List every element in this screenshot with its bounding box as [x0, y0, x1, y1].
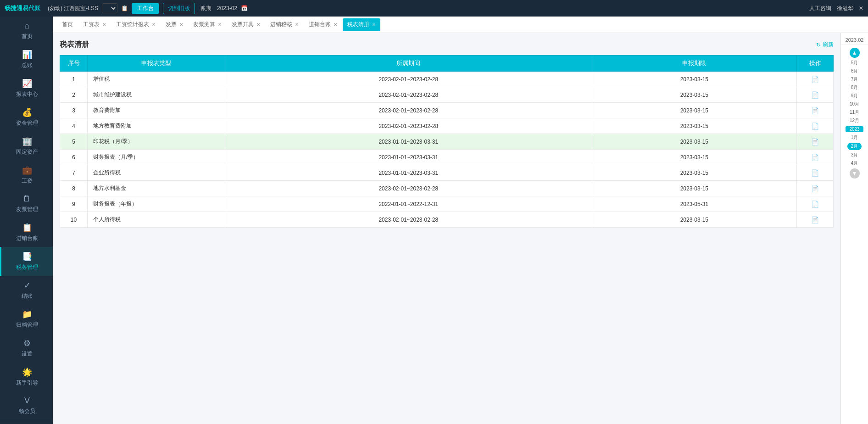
- action-icon[interactable]: 📄: [811, 76, 819, 83]
- tab-salary-close[interactable]: ✕: [102, 22, 106, 27]
- tab-invoice-calc[interactable]: 发票测算 ✕: [189, 18, 226, 31]
- table-row: 5 印花税（月/季） 2023-01-01~2023-03-31 2023-03…: [60, 134, 834, 150]
- sidebar-item-label: 结账: [22, 292, 33, 300]
- tab-purchase-ledger[interactable]: 进销台账 ✕: [304, 18, 342, 31]
- asset-mgmt-icon: 💰: [22, 107, 32, 117]
- sidebar-item-label: 报表中心: [16, 90, 38, 98]
- close-icon[interactable]: ✕: [859, 5, 863, 11]
- user-name[interactable]: 徐溢华: [837, 5, 853, 12]
- tab-invoice-open-close[interactable]: ✕: [256, 22, 260, 27]
- month-10[interactable]: 10月: [850, 101, 859, 107]
- sidebar-item-label: 归档管理: [16, 321, 38, 329]
- sidebar-item-salary[interactable]: 💼 工资: [0, 161, 53, 190]
- sidebar-item-fixed-assets[interactable]: 🏢 固定资产: [0, 132, 53, 161]
- tab-invoice-calc-close[interactable]: ✕: [218, 22, 222, 27]
- action-icon[interactable]: 📄: [811, 169, 819, 177]
- action-icon[interactable]: 📄: [811, 216, 819, 223]
- month-1[interactable]: 1月: [851, 134, 858, 141]
- table-row: 3 教育费附加 2023-02-01~2023-02-28 2023-03-15…: [60, 103, 834, 118]
- tab-invoice-close[interactable]: ✕: [179, 22, 183, 27]
- company-dropdown[interactable]: [102, 3, 117, 13]
- tab-purchase-ledger-close[interactable]: ✕: [334, 22, 337, 27]
- cell-period: 2023-02-01~2023-02-28: [225, 118, 592, 134]
- tab-tax-register-close[interactable]: ✕: [372, 22, 376, 27]
- cell-deadline: 2023-03-15: [592, 72, 796, 87]
- cell-action: 📄: [797, 134, 834, 150]
- switch-old-button[interactable]: 切到旧版: [163, 3, 195, 14]
- year-2023-label: 2023: [846, 126, 863, 132]
- sidebar-item-tax-mgmt[interactable]: 📑 税务管理: [0, 247, 53, 276]
- cell-deadline: 2023-03-15: [592, 134, 796, 150]
- cell-type: 地方教育费附加: [88, 118, 225, 134]
- month-12[interactable]: 12月: [850, 117, 859, 124]
- month-6[interactable]: 6月: [851, 68, 858, 74]
- month-8[interactable]: 8月: [851, 84, 858, 91]
- action-icon[interactable]: 📄: [811, 107, 819, 114]
- report-icon: 📈: [22, 78, 32, 89]
- month-2-active[interactable]: 2月: [847, 143, 862, 150]
- cell-seq: 7: [60, 165, 88, 181]
- month-9[interactable]: 9月: [851, 93, 858, 99]
- date-panel-down[interactable]: ▼: [850, 168, 860, 179]
- sidebar-item-settings[interactable]: ⚙ 设置: [0, 334, 53, 363]
- table-row: 7 企业所得税 2023-01-01~2023-03-31 2023-03-15…: [60, 165, 834, 181]
- sidebar-item-label: 发票管理: [16, 206, 38, 213]
- table-row: 10 个人所得税 2023-02-01~2023-02-28 2023-03-1…: [60, 212, 834, 228]
- cell-action: 📄: [797, 165, 834, 181]
- table-row: 2 城市维护建设税 2023-02-01~2023-02-28 2023-03-…: [60, 87, 834, 103]
- cell-seq: 10: [60, 212, 88, 228]
- workbench-button[interactable]: 工作台: [132, 3, 159, 14]
- sidebar-item-asset-mgmt[interactable]: 💰 资金管理: [0, 103, 53, 132]
- action-icon[interactable]: 📄: [811, 154, 819, 161]
- action-icon[interactable]: 📄: [811, 123, 819, 130]
- invoice-mgmt-icon: 🗒: [23, 194, 31, 204]
- month-4[interactable]: 4月: [851, 160, 858, 167]
- action-icon[interactable]: 📄: [811, 185, 819, 192]
- col-seq: 序号: [60, 56, 88, 72]
- tab-bar: 首页 工资表 ✕ 工资统计报表 ✕ 发票 ✕ 发票测算 ✕ 发票开具 ✕: [53, 17, 868, 33]
- tab-salary-report-close[interactable]: ✕: [152, 22, 156, 27]
- month-11[interactable]: 11月: [850, 109, 859, 116]
- sidebar-item-ledger[interactable]: 📊 总账: [0, 45, 53, 74]
- tab-invoice[interactable]: 发票 ✕: [161, 18, 188, 31]
- date-panel-up[interactable]: ▲: [850, 48, 860, 58]
- cell-action: 📄: [797, 181, 834, 196]
- sidebar-item-archive[interactable]: 📁 归档管理: [0, 305, 53, 334]
- month-5[interactable]: 5月: [851, 60, 858, 66]
- ai-consult[interactable]: 人工咨询: [809, 5, 831, 12]
- purchase-icon: 📋: [22, 223, 32, 233]
- sidebar-item-purchase[interactable]: 📋 进销台账: [0, 218, 53, 247]
- cell-type: 教育费附加: [88, 103, 225, 118]
- tab-salary[interactable]: 工资表 ✕: [78, 18, 111, 31]
- cell-type: 增值税: [88, 72, 225, 87]
- cell-type: 企业所得税: [88, 165, 225, 181]
- sidebar-item-new-guide[interactable]: 🌟 新手引导: [0, 363, 53, 391]
- refresh-button[interactable]: ↻ 刷新: [816, 41, 834, 49]
- cell-action: 📄: [797, 87, 834, 103]
- sidebar-item-vip[interactable]: V 畅会员: [0, 391, 53, 420]
- sidebar-item-settle[interactable]: ✓ 结账: [0, 276, 53, 305]
- cell-seq: 6: [60, 150, 88, 165]
- action-icon[interactable]: 📄: [811, 91, 819, 99]
- tab-home[interactable]: 首页: [57, 18, 78, 31]
- tab-invoice-open[interactable]: 发票开具 ✕: [227, 18, 265, 31]
- action-icon[interactable]: 📄: [811, 138, 819, 145]
- tab-salary-report[interactable]: 工资统计报表 ✕: [111, 18, 160, 31]
- sidebar-item-report[interactable]: 📈 报表中心: [0, 74, 53, 103]
- app-logo: 畅捷通易代账: [5, 4, 40, 12]
- col-deadline: 申报期限: [592, 56, 796, 72]
- tab-tax-register[interactable]: 税表清册 ✕: [343, 18, 380, 31]
- company-name: (勿动) 江西服宝-LSS: [48, 5, 98, 12]
- top-bar: 畅捷通易代账 (勿动) 江西服宝-LSS 📋 工作台 切到旧版 账期 2023-…: [0, 0, 868, 17]
- month-3[interactable]: 3月: [851, 152, 858, 158]
- sidebar-item-invoice-mgmt[interactable]: 🗒 发票管理: [0, 190, 53, 218]
- month-7[interactable]: 7月: [851, 76, 858, 83]
- tab-purchase-check-close[interactable]: ✕: [295, 22, 299, 27]
- cell-deadline: 2023-05-31: [592, 196, 796, 212]
- settle-icon: ✓: [24, 280, 31, 290]
- sidebar-item-home[interactable]: ⌂ 首页: [0, 17, 53, 45]
- cell-type: 印花税（月/季）: [88, 134, 225, 150]
- tab-purchase-check[interactable]: 进销稽核 ✕: [266, 18, 303, 31]
- sidebar-item-label: 资金管理: [16, 119, 38, 127]
- action-icon[interactable]: 📄: [811, 201, 819, 208]
